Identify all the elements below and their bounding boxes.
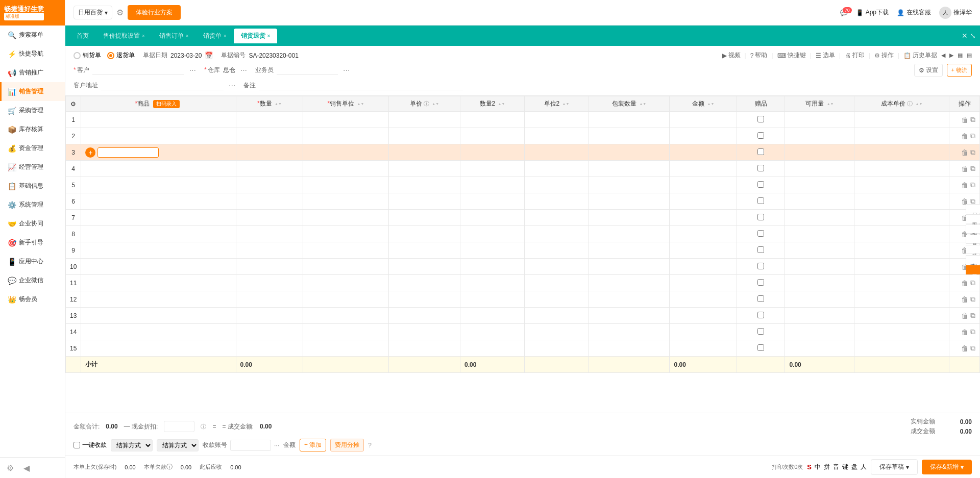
tab-close-price-setting[interactable]: × xyxy=(142,33,145,39)
avail-cell-13[interactable] xyxy=(785,308,854,324)
qty-cell-14[interactable] xyxy=(236,324,303,340)
unit2-cell-2[interactable] xyxy=(524,128,589,144)
quick-star[interactable]: 星 xyxy=(966,235,980,244)
pkg-cell-10[interactable] xyxy=(589,259,670,275)
gift-cell-1[interactable] xyxy=(737,112,785,128)
qty-cell-12[interactable] xyxy=(236,291,303,308)
delete-icon-11[interactable]: 🗑 xyxy=(961,279,968,287)
product-cell-6[interactable] xyxy=(81,193,236,210)
gift-checkbox-12[interactable] xyxy=(757,295,764,302)
calendar-icon[interactable]: 📅 xyxy=(205,52,213,59)
copy-icon-2[interactable]: ⧉ xyxy=(970,132,975,140)
unit2-cell-11[interactable] xyxy=(524,275,589,291)
tab-price-setting[interactable]: 售价提取设置× xyxy=(96,29,152,43)
amount-cell-6[interactable] xyxy=(670,193,737,210)
avail-cell-1[interactable] xyxy=(785,112,854,128)
tab-sales-return[interactable]: 销货退货× xyxy=(234,29,278,43)
save-draft-btn[interactable]: 保存草稿 ▾ xyxy=(871,459,918,475)
add-payment-btn[interactable]: + 添加 xyxy=(300,439,326,451)
address-input[interactable] xyxy=(101,81,224,90)
experience-btn[interactable]: 体验行业方案 xyxy=(128,5,181,20)
copy-icon-3[interactable]: ⧉ xyxy=(970,148,975,157)
unit-sort[interactable]: ▲▼ xyxy=(357,102,364,106)
pkg-cell-4[interactable] xyxy=(589,161,670,177)
amount-cell-2[interactable] xyxy=(670,128,737,144)
qty-cell-3[interactable] xyxy=(236,144,303,161)
message-wrap[interactable]: 💬 70 xyxy=(840,9,848,16)
product-cell-9[interactable] xyxy=(81,242,236,259)
radio-return[interactable]: 退货单 xyxy=(107,51,135,60)
copy-icon-15[interactable]: ⧉ xyxy=(970,344,975,353)
gift-cell-2[interactable] xyxy=(737,128,785,144)
gift-checkbox-5[interactable] xyxy=(757,181,764,188)
cost-cell-11[interactable] xyxy=(854,275,949,291)
price-cell-8[interactable] xyxy=(388,226,460,242)
business-type-select[interactable]: 日用百货 ▾ xyxy=(74,6,112,19)
gift-cell-6[interactable] xyxy=(737,193,785,210)
customer-input[interactable] xyxy=(92,65,184,75)
gift-checkbox-14[interactable] xyxy=(757,328,764,335)
product-cell-7[interactable] xyxy=(81,210,236,226)
collapse-icon[interactable]: ◀ xyxy=(20,462,33,474)
cost-cell-10[interactable] xyxy=(854,259,949,275)
price-cell-5[interactable] xyxy=(388,177,460,193)
pkg-cell-13[interactable] xyxy=(589,308,670,324)
sidebar-item-inventory[interactable]: 📦库存核算 xyxy=(0,120,65,139)
gift-cell-4[interactable] xyxy=(737,161,785,177)
sidebar-item-enterprise[interactable]: 🤝企业协同 xyxy=(0,214,65,233)
cost-cell-15[interactable] xyxy=(854,340,949,357)
pkg-cell-9[interactable] xyxy=(589,242,670,259)
cost-cell-9[interactable] xyxy=(854,242,949,259)
avail-cell-11[interactable] xyxy=(785,275,854,291)
ime-icon-board[interactable]: 盘 xyxy=(851,463,857,471)
close-all-icon[interactable]: ✕ xyxy=(962,32,968,40)
amount-cell-15[interactable] xyxy=(670,340,737,357)
cost-cell-8[interactable] xyxy=(854,226,949,242)
unit-cell-11[interactable] xyxy=(303,275,388,291)
price-cell-12[interactable] xyxy=(388,291,460,308)
gift-cell-3[interactable] xyxy=(737,144,785,161)
ime-icon-key[interactable]: 键 xyxy=(842,463,848,471)
unit-cell-5[interactable] xyxy=(303,177,388,193)
pkg-cell-12[interactable] xyxy=(589,291,670,308)
sidebar-item-basic[interactable]: 📋基础信息 xyxy=(0,177,65,195)
setting-btn[interactable]: ⚙ 设置 xyxy=(914,64,943,77)
unit2-cell-1[interactable] xyxy=(524,112,589,128)
product-cell-12[interactable] xyxy=(81,291,236,308)
price-cell-3[interactable] xyxy=(388,144,460,161)
qty-cell-7[interactable] xyxy=(236,210,303,226)
gift-checkbox-4[interactable] xyxy=(757,165,764,171)
copy-icon-1[interactable]: ⧉ xyxy=(970,115,975,124)
product-cell-5[interactable] xyxy=(81,177,236,193)
cost-cell-7[interactable] xyxy=(854,210,949,226)
payment-checkbox[interactable] xyxy=(74,442,80,448)
amount-cell-13[interactable] xyxy=(670,308,737,324)
unit2-cell-15[interactable] xyxy=(524,340,589,357)
qty2-cell-11[interactable] xyxy=(460,275,525,291)
sidebar-item-system[interactable]: ⚙️系统管理 xyxy=(0,195,65,214)
avail-cell-10[interactable] xyxy=(785,259,854,275)
product-cell-1[interactable] xyxy=(81,112,236,128)
gift-cell-13[interactable] xyxy=(737,308,785,324)
save-new-btn[interactable]: 保存&新增 ▾ xyxy=(922,460,972,474)
product-input-${rowNum}[interactable] xyxy=(97,147,159,158)
topbar-gear-icon[interactable]: ⚙ xyxy=(116,8,124,17)
unit2-cell-13[interactable] xyxy=(524,308,589,324)
cost-sort[interactable]: ▲▼ xyxy=(916,102,923,106)
unit2-cell-4[interactable] xyxy=(524,161,589,177)
user-profile[interactable]: 人 徐泽华 xyxy=(939,7,972,19)
qty-cell-10[interactable] xyxy=(236,259,303,275)
unit-cell-3[interactable] xyxy=(303,144,388,161)
price-cell-10[interactable] xyxy=(388,259,460,275)
unit2-cell-7[interactable] xyxy=(524,210,589,226)
quick-photo[interactable]: 图 xyxy=(966,214,980,223)
gift-checkbox-1[interactable] xyxy=(757,116,764,122)
gift-checkbox-8[interactable] xyxy=(757,230,764,237)
qty-cell-4[interactable] xyxy=(236,161,303,177)
unit2-cell-10[interactable] xyxy=(524,259,589,275)
delete-icon-1[interactable]: 🗑 xyxy=(961,116,968,124)
amount-cell-1[interactable] xyxy=(670,112,737,128)
avail-cell-2[interactable] xyxy=(785,128,854,144)
qty2-cell-12[interactable] xyxy=(460,291,525,308)
product-cell-11[interactable] xyxy=(81,275,236,291)
